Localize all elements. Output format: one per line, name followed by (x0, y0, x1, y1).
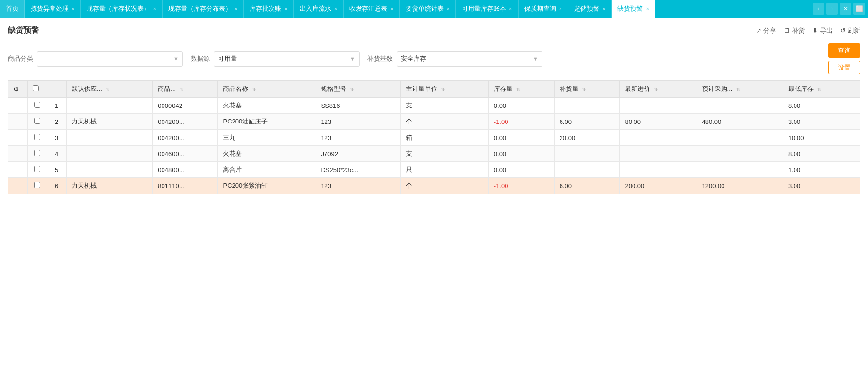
th-num (47, 81, 67, 98)
cell-spec: 123 (316, 114, 400, 130)
cell-latest-price: 200.00 (620, 178, 697, 194)
row-checkbox-0[interactable] (34, 102, 40, 108)
refresh-action[interactable]: ↺ 刷新 (840, 26, 860, 35)
th-code[interactable]: 商品... ⇅ (153, 81, 218, 98)
datasource-value: 可用量 (218, 54, 237, 63)
close-exception-tab[interactable]: × (72, 6, 74, 12)
th-checkbox[interactable] (28, 81, 47, 98)
th-latest-price[interactable]: 最新进价 ⇅ (620, 81, 697, 98)
nav-item-requisition[interactable]: 要货单统计表 × (400, 0, 456, 18)
cell-latest-price (620, 162, 697, 178)
nav-item-overstock[interactable]: 超储预警 × (568, 0, 612, 18)
export-icon: ⬇ (813, 27, 818, 34)
nav-item-exception[interactable]: 拣货异常处理 × (25, 0, 81, 18)
close-requisition-tab[interactable]: × (447, 6, 450, 12)
datasource-select[interactable]: 可用量 ▼ (214, 51, 360, 67)
row-checkbox-4[interactable] (34, 166, 40, 172)
table-row[interactable]: 2 力天机械 004200... PC200油缸庄子 123 个 -1.00 6… (8, 114, 860, 130)
cell-num: 1 (47, 98, 67, 114)
filter-row: 商品分类 ▼ 数据源 可用量 ▼ 补货基数 安全库存 ▼ 查询 设置 (8, 43, 860, 74)
cell-checkbox[interactable] (28, 162, 47, 178)
th-replenish[interactable]: 补货量 ⇅ (554, 81, 620, 98)
query-button[interactable]: 查询 (828, 43, 860, 58)
cell-min-stock: 8.00 (783, 146, 860, 162)
replenish-action[interactable]: 🗒 补货 (784, 26, 805, 35)
nav-item-home[interactable]: 首页 (0, 0, 25, 18)
cell-unit: 支 (400, 146, 488, 162)
nav-item-shortage[interactable]: 缺货预警 × (612, 0, 655, 18)
export-action[interactable]: ⬇ 导出 (813, 26, 832, 35)
table-row[interactable]: 4 004600... 火花塞 J7092 支 0.00 8.00 (8, 146, 860, 162)
close-available-tab[interactable]: × (509, 6, 512, 12)
nav-item-batch[interactable]: 库存批次账 × (244, 0, 293, 18)
th-settings[interactable]: ⚙ (8, 81, 28, 98)
nav-item-inout[interactable]: 出入库流水 × (294, 0, 344, 18)
cell-settings (8, 98, 28, 114)
nav-item-expiry[interactable]: 保质期查询 × (519, 0, 568, 18)
cell-estimated (697, 98, 783, 114)
cell-num: 6 (47, 178, 67, 194)
close-batch-tab[interactable]: × (284, 6, 287, 12)
th-estimated[interactable]: 预计采购... ⇅ (697, 81, 783, 98)
select-all-checkbox[interactable] (33, 85, 39, 91)
table-row[interactable]: 5 004800... 离合片 DS250*23c... 只 0.00 1.00 (8, 162, 860, 178)
nav-item-stock-status[interactable]: 现存量（库存状况表） × (81, 0, 162, 18)
share-action[interactable]: ↗ 分享 (756, 26, 776, 35)
th-name[interactable]: 商品名称 ⇅ (218, 81, 316, 98)
data-table: ⚙ 默认供应... ⇅ 商品... ⇅ 商品名称 ⇅ 规格 (8, 80, 860, 194)
replenish-base-select[interactable]: 安全库存 ▼ (397, 51, 542, 67)
cell-num: 4 (47, 146, 67, 162)
close-receipt-tab[interactable]: × (390, 6, 393, 12)
sort-supplier-icon: ⇅ (106, 87, 109, 92)
row-checkbox-2[interactable] (34, 134, 40, 140)
row-checkbox-3[interactable] (34, 150, 40, 156)
nav-item-available[interactable]: 可用量库存账本 × (456, 0, 518, 18)
cell-supplier: 力天机械 (67, 114, 153, 130)
cell-estimated (697, 130, 783, 146)
cell-spec: 123 (316, 178, 400, 194)
cell-checkbox[interactable] (28, 130, 47, 146)
table-row[interactable]: 1 0000042 火花塞 SS816 支 0.00 8.00 (8, 98, 860, 114)
cell-spec: DS250*23c... (316, 162, 400, 178)
row-checkbox-5[interactable] (34, 182, 40, 188)
cell-checkbox[interactable] (28, 114, 47, 130)
nav-next-button[interactable]: › (826, 3, 838, 15)
cell-latest-price (620, 98, 697, 114)
nav-item-receipt[interactable]: 收发存汇总表 × (344, 0, 399, 18)
close-overstock-tab[interactable]: × (602, 6, 605, 12)
close-inout-tab[interactable]: × (334, 6, 337, 12)
nav-maximize-button[interactable]: ⬜ (853, 3, 865, 15)
cell-checkbox[interactable] (28, 146, 47, 162)
row-checkbox-1[interactable] (34, 118, 40, 124)
th-stock[interactable]: 库存量 ⇅ (488, 81, 554, 98)
table-row[interactable]: 3 004200... 三九 123 箱 0.00 20.00 10.00 (8, 130, 860, 146)
category-filter-group: 商品分类 ▼ (8, 51, 183, 67)
cell-checkbox[interactable] (28, 98, 47, 114)
category-select[interactable]: ▼ (37, 51, 183, 67)
close-shortage-tab[interactable]: × (646, 6, 649, 12)
close-stock-dist-tab[interactable]: × (235, 6, 237, 12)
nav-item-stock-dist[interactable]: 现存量（库存分布表） × (163, 0, 244, 18)
cell-settings (8, 130, 28, 146)
cell-estimated (697, 146, 783, 162)
th-unit[interactable]: 主计量单位 ⇅ (400, 81, 488, 98)
settings-button[interactable]: 设置 (828, 61, 860, 74)
top-nav: 首页 拣货异常处理 × 现存量（库存状况表） × 现存量（库存分布表） × 库存… (0, 0, 868, 18)
cell-min-stock: 3.00 (783, 114, 860, 130)
sort-stock-icon: ⇅ (516, 87, 520, 92)
nav-prev-button[interactable]: ‹ (813, 3, 824, 15)
cell-replenish: 6.00 (554, 114, 620, 130)
cell-checkbox[interactable] (28, 178, 47, 194)
cell-unit: 个 (400, 114, 488, 130)
cell-settings (8, 162, 28, 178)
close-stock-status-tab[interactable]: × (153, 6, 156, 12)
close-expiry-tab[interactable]: × (559, 6, 562, 12)
th-min-stock[interactable]: 最低库存 ⇅ (783, 81, 860, 98)
th-spec[interactable]: 规格型号 ⇅ (316, 81, 400, 98)
table-row[interactable]: 6 力天机械 801110... PC200张紧油缸 123 个 -1.00 6… (8, 178, 860, 194)
cell-supplier (67, 146, 153, 162)
share-icon: ↗ (756, 27, 761, 34)
cell-stock: 0.00 (488, 130, 554, 146)
nav-close-button[interactable]: ✕ (840, 3, 851, 15)
th-supplier[interactable]: 默认供应... ⇅ (67, 81, 153, 98)
